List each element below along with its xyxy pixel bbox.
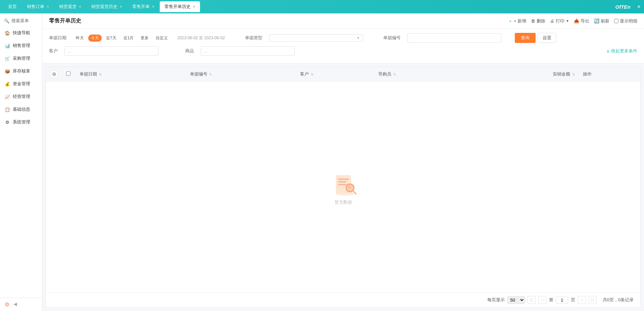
date-buttons: 昨天 今天 近7天 近1月 更多 自定义 bbox=[73, 35, 170, 42]
chevron-down-icon: ▼ bbox=[356, 36, 360, 40]
th-guide[interactable]: 导购员 ⇅ bbox=[374, 67, 468, 82]
sidebar-bottom: ⚙ ◀ bbox=[0, 298, 42, 311]
print-button[interactable]: 🖨 打印 ▼ bbox=[550, 18, 569, 24]
sidebar-item-quicknav[interactable]: 🏠 快捷导航 bbox=[0, 27, 42, 39]
refresh-button[interactable]: 🔄 刷新 bbox=[594, 18, 609, 24]
customer-input[interactable]: ... bbox=[64, 46, 158, 56]
tab-close-sales-order[interactable]: × bbox=[47, 4, 49, 9]
select-all-checkbox[interactable] bbox=[66, 71, 70, 76]
date-btn-1month[interactable]: 近1月 bbox=[121, 35, 137, 42]
top-bar: 首页 销售订单 × 销货退货 × 销货退货历史 × 零售开单 × 零售开单历史 … bbox=[0, 0, 644, 13]
settings-gear-icon[interactable]: ⚙ bbox=[5, 301, 9, 308]
per-page-select[interactable]: 50 100 200 bbox=[507, 296, 525, 304]
sort-guide-icon: ⇅ bbox=[393, 72, 396, 76]
empty-illustration bbox=[330, 168, 357, 195]
first-page-button[interactable]: ⟨⟨ bbox=[528, 296, 536, 304]
page-header: 零售开单历史 ＋ + 新增 🗑 删除 🖨 打印 ▼ 📤 导出 bbox=[42, 13, 644, 29]
sidebar-item-sales[interactable]: 📊 销售管理 bbox=[0, 39, 42, 52]
tab-sales-order[interactable]: 销售订单 × bbox=[22, 1, 54, 12]
page-label: 第 bbox=[549, 297, 553, 303]
th-settings[interactable]: ⚙ bbox=[46, 67, 62, 82]
refresh-icon: 🔄 bbox=[594, 18, 599, 23]
last-page-button[interactable]: ⟩⟩ bbox=[589, 296, 597, 304]
sidebar-item-label-operations: 经营管理 bbox=[13, 94, 30, 100]
next-page-button[interactable]: ＞ bbox=[578, 296, 586, 304]
th-amount[interactable]: 实销金额 ⇅ bbox=[468, 67, 579, 82]
type-label: 单据类型 bbox=[245, 35, 262, 41]
delete-button[interactable]: 🗑 删除 bbox=[531, 18, 545, 24]
sidebar-collapse-icon[interactable]: ◀ bbox=[13, 301, 17, 308]
th-checkbox[interactable] bbox=[62, 67, 76, 82]
th-customer[interactable]: 客户 ⇅ bbox=[296, 67, 374, 82]
prev-page-button[interactable]: ＜ bbox=[538, 296, 546, 304]
print-icon: 🖨 bbox=[550, 18, 554, 23]
page-title: 零售开单历史 bbox=[49, 17, 81, 24]
tab-sales-return[interactable]: 销货退货 × bbox=[54, 1, 86, 12]
sidebar-item-finance[interactable]: 💰 资金管理 bbox=[0, 77, 42, 90]
main-layout: 🔍 搜索菜单 🏠 快捷导航 📊 销售管理 🛒 采购管理 📦 库存核算 💰 资金管… bbox=[0, 13, 644, 311]
tab-sales-return-history[interactable]: 销货退货历史 × bbox=[87, 1, 127, 12]
date-btn-more[interactable]: 更多 bbox=[138, 35, 151, 42]
sidebar-item-system[interactable]: ⚙ 系统管理 bbox=[0, 116, 42, 128]
date-btn-today[interactable]: 今天 bbox=[88, 35, 102, 42]
display-detail-button[interactable]: 显示明细 bbox=[614, 18, 637, 24]
sidebar-item-basic-info[interactable]: 📋 基础信息 bbox=[0, 103, 42, 116]
sales-icon: 📊 bbox=[5, 43, 10, 48]
svg-rect-2 bbox=[338, 178, 349, 180]
sidebar-item-purchase[interactable]: 🛒 采购管理 bbox=[0, 52, 42, 65]
sidebar: 🔍 搜索菜单 🏠 快捷导航 📊 销售管理 🛒 采购管理 📦 库存核算 💰 资金管… bbox=[0, 13, 42, 311]
pagination-bar: 每页显示 50 100 200 ⟨⟨ ＜ 第 页 ＞ ⟩⟩ 共0页，0条记录 bbox=[46, 292, 640, 307]
brand-logo: OfTEn bbox=[615, 4, 630, 10]
page-number-input[interactable] bbox=[556, 297, 568, 304]
content-area: 零售开单历史 ＋ + 新增 🗑 删除 🖨 打印 ▼ 📤 导出 bbox=[42, 13, 644, 311]
sort-amount-icon: ⇅ bbox=[572, 72, 575, 76]
search-icon: 🔍 bbox=[4, 18, 9, 23]
sidebar-item-inventory[interactable]: 📦 库存核算 bbox=[0, 65, 42, 77]
goods-input[interactable]: ... bbox=[201, 46, 295, 56]
tab-close-sales-return[interactable]: × bbox=[79, 4, 81, 9]
tab-close-retail-order[interactable]: × bbox=[152, 4, 154, 9]
page-suffix: 页 bbox=[571, 297, 575, 303]
toolbar: ＋ + 新增 🗑 删除 🖨 打印 ▼ 📤 导出 🔄 bbox=[508, 18, 637, 24]
svg-point-9 bbox=[350, 188, 352, 189]
sidebar-search-label: 搜索菜单 bbox=[11, 18, 29, 24]
svg-rect-4 bbox=[338, 184, 348, 185]
collapse-arrow-icon: ∧ bbox=[606, 49, 610, 54]
collapse-button[interactable]: ∧ 收起更多条件 bbox=[606, 48, 637, 54]
date-btn-yesterday[interactable]: 昨天 bbox=[73, 35, 87, 42]
tab-close-retail-order-history[interactable]: × bbox=[193, 4, 195, 9]
query-button[interactable]: 查询 bbox=[515, 33, 536, 43]
basic-info-icon: 📋 bbox=[5, 107, 10, 112]
th-date[interactable]: 单据日期 ⇅ bbox=[76, 67, 186, 82]
sort-date-icon: ⇅ bbox=[99, 72, 102, 76]
sidebar-item-label-purchase: 采购管理 bbox=[13, 55, 30, 61]
sidebar-item-label-quicknav: 快捷导航 bbox=[13, 30, 30, 36]
sidebar-search[interactable]: 🔍 搜索菜单 bbox=[0, 15, 42, 27]
export-button[interactable]: 📤 导出 bbox=[574, 18, 589, 24]
customer-label: 客户 bbox=[49, 48, 58, 54]
display-detail-checkbox[interactable] bbox=[614, 19, 618, 23]
finance-icon: 💰 bbox=[5, 81, 10, 87]
number-label: 单据编号 bbox=[383, 35, 401, 41]
window-close-btn[interactable]: × bbox=[637, 3, 641, 10]
column-settings-icon[interactable]: ⚙ bbox=[50, 70, 58, 78]
goods-label: 商品 bbox=[185, 48, 194, 54]
number-input[interactable] bbox=[407, 33, 501, 43]
operations-icon: 📈 bbox=[5, 94, 10, 99]
type-select[interactable]: ▼ bbox=[269, 34, 363, 42]
table-header-row: ⚙ 单据日期 ⇅ 单据编号 ⇅ bbox=[46, 67, 640, 82]
sidebar-item-operations[interactable]: 📈 经营管理 bbox=[0, 90, 42, 103]
tab-close-sales-return-history[interactable]: × bbox=[120, 4, 122, 9]
th-number[interactable]: 单据编号 ⇅ bbox=[186, 67, 296, 82]
tab-retail-order[interactable]: 零售开单 × bbox=[128, 1, 159, 12]
settings-button[interactable]: 设置 bbox=[538, 33, 556, 43]
tab-retail-order-history[interactable]: 零售开单历史 × bbox=[160, 1, 200, 12]
sidebar-item-label-basic-info: 基础信息 bbox=[13, 106, 30, 112]
date-btn-7days[interactable]: 近7天 bbox=[103, 35, 119, 42]
svg-point-8 bbox=[348, 186, 350, 188]
tab-home[interactable]: 首页 bbox=[3, 2, 21, 11]
add-button[interactable]: ＋ + 新增 bbox=[508, 18, 526, 24]
export-icon: 📤 bbox=[574, 18, 579, 23]
svg-rect-3 bbox=[338, 181, 346, 183]
date-btn-custom[interactable]: 自定义 bbox=[153, 35, 170, 42]
